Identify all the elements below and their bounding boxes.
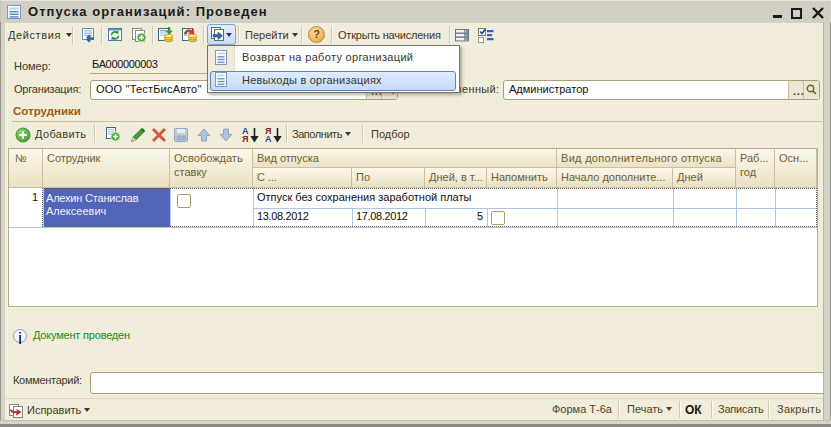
svg-text:А: А	[265, 134, 272, 143]
svg-text:СОХ: СОХ	[177, 136, 187, 141]
svg-text:Я: Я	[242, 134, 248, 143]
